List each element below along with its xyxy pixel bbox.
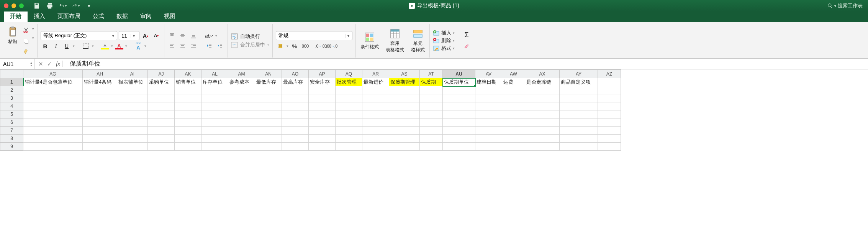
column-header[interactable]: AH: [83, 70, 117, 78]
cell[interactable]: [443, 102, 475, 110]
tab-view[interactable]: 视图: [158, 10, 182, 22]
cell[interactable]: [201, 86, 228, 94]
cell[interactable]: [23, 102, 83, 110]
cell[interactable]: [420, 143, 443, 151]
cell[interactable]: [23, 94, 83, 102]
cell[interactable]: [282, 135, 309, 143]
font-name-combo[interactable]: ▾: [41, 31, 117, 40]
cell[interactable]: [201, 118, 228, 127]
column-header[interactable]: AK: [175, 70, 201, 78]
cell[interactable]: [175, 143, 201, 151]
cell[interactable]: [83, 143, 117, 151]
cell[interactable]: [255, 135, 282, 143]
decrease-decimal-button[interactable]: .00→.0: [327, 42, 336, 50]
comma-button[interactable]: 000: [301, 42, 310, 50]
cancel-edit-button[interactable]: ✕: [38, 61, 43, 67]
cell[interactable]: 商品自定义项: [560, 78, 598, 86]
cell[interactable]: [255, 110, 282, 118]
align-center-button[interactable]: [178, 41, 187, 50]
cell[interactable]: [525, 94, 560, 102]
delete-cells-button[interactable]: 删除▾: [433, 37, 455, 44]
cell[interactable]: [502, 110, 525, 118]
cell[interactable]: [83, 86, 117, 94]
minimize-window-button[interactable]: [11, 3, 16, 8]
autosum-button[interactable]: Σ: [461, 30, 472, 40]
formula-input[interactable]: [67, 61, 868, 67]
cell[interactable]: [389, 86, 420, 94]
wrap-text-button[interactable]: 自动换行: [231, 33, 269, 40]
cell[interactable]: [560, 118, 598, 127]
cell[interactable]: [598, 110, 621, 118]
cell[interactable]: [117, 86, 148, 94]
cell[interactable]: [389, 110, 420, 118]
fill-color-dropdown[interactable]: ▾: [111, 44, 113, 48]
cell[interactable]: [228, 127, 255, 135]
cell[interactable]: [336, 86, 362, 94]
cell[interactable]: 建档日期: [475, 78, 502, 86]
align-middle-button[interactable]: [178, 31, 187, 40]
cell[interactable]: [420, 94, 443, 102]
print-icon[interactable]: [46, 2, 54, 10]
cell[interactable]: [83, 110, 117, 118]
insert-cells-button[interactable]: 插入▾: [433, 30, 455, 36]
column-header[interactable]: AV: [475, 70, 502, 78]
cell[interactable]: [255, 94, 282, 102]
cell[interactable]: [443, 94, 475, 102]
cell[interactable]: [282, 127, 309, 135]
cell[interactable]: 保质期: [420, 78, 443, 86]
select-all-corner[interactable]: [0, 70, 23, 78]
cell[interactable]: [255, 143, 282, 151]
column-header[interactable]: AJ: [148, 70, 175, 78]
cell[interactable]: [175, 94, 201, 102]
cell[interactable]: [201, 102, 228, 110]
spreadsheet-grid[interactable]: AGAHAIAJAKALAMANAOAPAQARASATAUAVAWAXAYAZ…: [0, 69, 868, 151]
increase-indent-button[interactable]: [215, 41, 224, 50]
name-box[interactable]: ▲▼: [0, 59, 34, 69]
chevron-down-icon[interactable]: ▼: [30, 64, 33, 67]
paste-dropdown[interactable]: ▾: [32, 27, 34, 31]
cell[interactable]: [282, 143, 309, 151]
cell[interactable]: [420, 110, 443, 118]
cell[interactable]: [282, 110, 309, 118]
cell[interactable]: [598, 127, 621, 135]
cell[interactable]: [420, 118, 443, 127]
cell[interactable]: 销售单位: [175, 78, 201, 86]
italic-button[interactable]: I: [51, 42, 61, 50]
cell[interactable]: [443, 118, 475, 127]
tab-data[interactable]: 数据: [110, 10, 134, 22]
column-header[interactable]: AI: [117, 70, 148, 78]
cell[interactable]: [282, 118, 309, 127]
cell[interactable]: [309, 127, 336, 135]
cell[interactable]: [598, 102, 621, 110]
cell[interactable]: [443, 86, 475, 94]
underline-button[interactable]: U: [62, 42, 71, 50]
cell[interactable]: [148, 94, 175, 102]
tab-page-layout[interactable]: 页面布局: [51, 10, 87, 22]
cell[interactable]: [362, 143, 389, 151]
underline-dropdown[interactable]: ▾: [73, 44, 75, 48]
cell[interactable]: [502, 135, 525, 143]
cell[interactable]: [389, 127, 420, 135]
cell[interactable]: [148, 118, 175, 127]
cell[interactable]: [362, 94, 389, 102]
customize-qat-icon[interactable]: ▾: [85, 2, 93, 10]
cell[interactable]: [117, 110, 148, 118]
cell[interactable]: [228, 102, 255, 110]
cell[interactable]: [255, 118, 282, 127]
percent-button[interactable]: %: [290, 42, 299, 50]
cell[interactable]: [23, 143, 83, 151]
cell[interactable]: [309, 110, 336, 118]
row-header[interactable]: 5: [0, 110, 23, 118]
format-cells-button[interactable]: 格式▾: [433, 45, 455, 52]
cell[interactable]: [117, 102, 148, 110]
cell[interactable]: [420, 102, 443, 110]
cell[interactable]: [228, 118, 255, 127]
cut-button[interactable]: [21, 26, 31, 35]
row-header[interactable]: 8: [0, 135, 23, 143]
cell[interactable]: [560, 127, 598, 135]
phonetic-dropdown[interactable]: ▾: [144, 44, 146, 48]
border-dropdown[interactable]: ▾: [92, 44, 94, 48]
column-header[interactable]: AN: [255, 70, 282, 78]
increase-font-button[interactable]: A▴: [141, 31, 150, 40]
cell[interactable]: [475, 94, 502, 102]
